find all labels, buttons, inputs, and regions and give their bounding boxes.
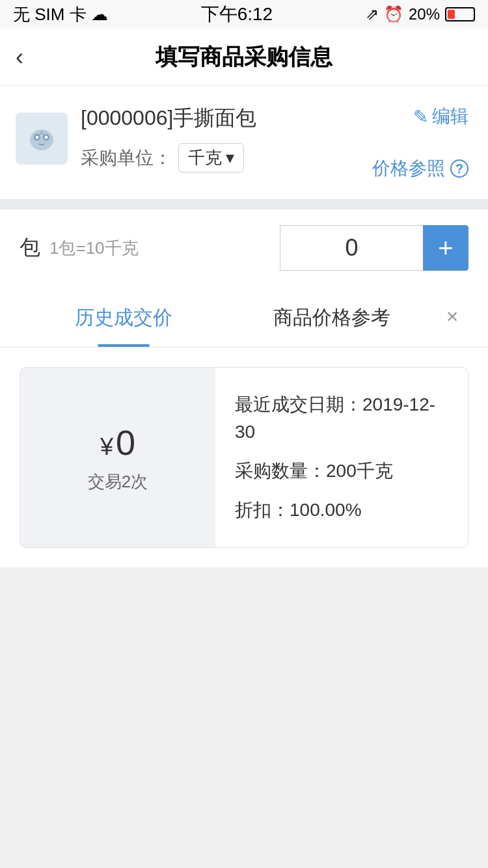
- quantity-unit-conversion: 1包=10千克: [49, 237, 139, 260]
- status-left: 无 SIM 卡 ☁: [13, 3, 108, 26]
- discount-value: 100.00%: [290, 500, 362, 520]
- svg-point-3: [36, 135, 39, 139]
- tab-header: 历史成交价 商品价格参考 ×: [0, 286, 488, 347]
- battery-percent: 20%: [409, 5, 440, 23]
- edit-label: 编辑: [432, 104, 468, 129]
- recent-date-label: 最近成交日期：: [235, 394, 362, 414]
- tab-section: 历史成交价 商品价格参考 × ¥ 0 交易2次 最近成交日期：2019-12-3…: [0, 286, 488, 567]
- quantity-control: +: [280, 225, 468, 271]
- product-section: [0000006]手撕面包 采购单位： 千克 ▾ ✎ 编辑 价格参照 ?: [0, 86, 488, 199]
- status-right: ⇗ ⏰ 20%: [366, 5, 475, 23]
- unit-select[interactable]: 千克 ▾: [178, 143, 244, 172]
- product-left: [0000006]手撕面包 采购单位： 千克 ▾: [16, 104, 256, 172]
- tab-product-price-ref[interactable]: 商品价格参考: [228, 286, 436, 347]
- battery-icon: [445, 7, 475, 21]
- status-time: 下午6:12: [201, 2, 273, 27]
- card-price: ¥ 0: [100, 422, 135, 463]
- history-card: ¥ 0 交易2次 最近成交日期：2019-12-30 采购数量：200千克 折扣…: [20, 367, 468, 548]
- quantity-input[interactable]: [280, 225, 423, 271]
- status-bar: 无 SIM 卡 ☁ 下午6:12 ⇗ ⏰ 20%: [0, 0, 488, 29]
- nav-bar: ‹ 填写商品采购信息: [0, 29, 488, 86]
- history-content: ¥ 0 交易2次 最近成交日期：2019-12-30 采购数量：200千克 折扣…: [0, 347, 488, 567]
- tab-close-button[interactable]: ×: [436, 301, 468, 333]
- main-content: [0, 567, 488, 868]
- price-ref-label: 价格参照: [372, 156, 445, 181]
- tab-history-price[interactable]: 历史成交价: [20, 286, 228, 347]
- unit-value: 千克: [188, 146, 222, 169]
- quantity-plus-button[interactable]: +: [423, 225, 468, 271]
- card-price-section: ¥ 0 交易2次: [20, 368, 215, 547]
- trade-count: 交易2次: [88, 470, 148, 493]
- price-ref-button[interactable]: 价格参照 ?: [372, 156, 468, 181]
- recent-date-row: 最近成交日期：2019-12-30: [235, 391, 448, 446]
- price-symbol: ¥: [100, 433, 113, 461]
- info-icon: ?: [450, 159, 468, 178]
- svg-point-4: [45, 135, 48, 139]
- card-detail-section: 最近成交日期：2019-12-30 采购数量：200千克 折扣：100.00%: [215, 368, 468, 547]
- quantity-section: 包 1包=10千克 +: [0, 210, 488, 286]
- dropdown-icon: ▾: [226, 148, 234, 168]
- back-button[interactable]: ‹: [16, 44, 23, 71]
- quantity-unit-badge: 包: [20, 234, 40, 262]
- edit-icon: ✎: [413, 106, 428, 128]
- alarm-icon: ⏰: [384, 5, 403, 23]
- edit-button[interactable]: ✎ 编辑: [413, 104, 468, 129]
- quantity-detail-label: 采购数量：: [235, 461, 326, 481]
- section-divider: [0, 199, 488, 210]
- quantity-label: 包 1包=10千克: [20, 234, 139, 262]
- location-icon: ⇗: [366, 5, 379, 23]
- price-value: 0: [116, 422, 135, 463]
- product-info: [0000006]手撕面包 采购单位： 千克 ▾: [81, 104, 256, 172]
- product-thumbnail: [16, 113, 68, 165]
- discount-label: 折扣：: [235, 500, 290, 520]
- discount-row: 折扣：100.00%: [235, 496, 448, 524]
- sim-status: 无 SIM 卡 ☁: [13, 3, 108, 26]
- quantity-row: 采购数量：200千克: [235, 457, 448, 485]
- quantity-detail-value: 200千克: [326, 461, 393, 481]
- product-unit-row: 采购单位： 千克 ▾: [81, 143, 256, 172]
- unit-label: 采购单位：: [81, 146, 172, 170]
- product-name: [0000006]手撕面包: [81, 104, 256, 133]
- page-title: 填写商品采购信息: [156, 42, 332, 72]
